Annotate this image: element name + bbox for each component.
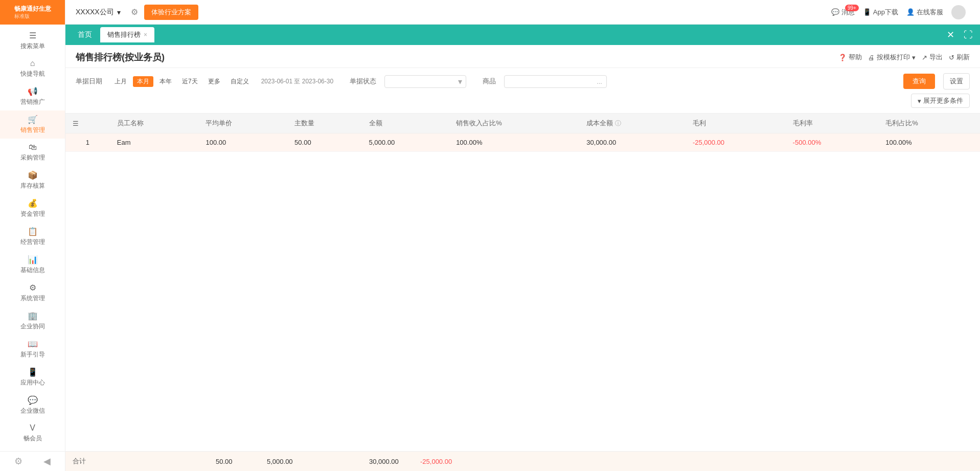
- app-label: App下载: [873, 8, 898, 17]
- footer-amount: 5,000.00: [267, 458, 308, 465]
- date-tab-近7天[interactable]: 近7天: [178, 76, 202, 87]
- sidebar: 畅康通好生意 标准版 ☰搜索菜单⌂快捷导航📢营销推广🛒销售管理🛍采购管理📦库存核…: [0, 0, 65, 471]
- nav-icon-system: ⚙: [29, 283, 36, 293]
- sidebar-item-guide[interactable]: 📖新手引导: [0, 335, 65, 363]
- sidebar-item-system[interactable]: ⚙系统管理: [0, 279, 65, 307]
- message-button[interactable]: 💬 消息 99+: [831, 8, 855, 17]
- app-icon: 📱: [863, 8, 871, 16]
- page-content: 销售排行榜(按业务员) ❓ 帮助 🖨 按模板打印 ▾ ↗ 导出 ↺ 刷新: [65, 45, 980, 471]
- sidebar-item-operations[interactable]: 📋经营管理: [0, 222, 65, 251]
- col-header-rank: ☰: [65, 114, 110, 133]
- export-label: 导出: [929, 53, 943, 62]
- status-select[interactable]: [384, 75, 466, 88]
- tab-home[interactable]: 首页: [70, 26, 100, 43]
- avatar[interactable]: [951, 5, 966, 19]
- sidebar-item-sales[interactable]: 🛒销售管理: [0, 110, 65, 139]
- sidebar-item-quick-nav[interactable]: ⌂快捷导航: [0, 55, 65, 82]
- sidebar-item-basic-info[interactable]: 📊基础信息: [0, 251, 65, 279]
- nav-label-app-center: 应用中心: [20, 378, 45, 387]
- print-label: 按模板打印: [877, 53, 910, 62]
- company-name: XXXXX公司: [76, 8, 114, 17]
- print-button[interactable]: 🖨 按模板打印 ▾: [868, 53, 916, 62]
- footer-cost: 30,000.00: [369, 458, 410, 465]
- status-filter-label: 单据状态: [350, 77, 376, 86]
- topbar: XXXXX公司 ▾ ⚙ 体验行业方案 💬 消息 99+ 📱 App下载 👤 在线…: [65, 0, 980, 25]
- date-tab-自定义[interactable]: 自定义: [226, 76, 253, 87]
- topbar-right: 💬 消息 99+ 📱 App下载 👤 在线客服: [831, 5, 974, 19]
- date-tab-上月[interactable]: 上月: [110, 76, 131, 87]
- header-actions: ❓ 帮助 🖨 按模板打印 ▾ ↗ 导出 ↺ 刷新: [838, 53, 970, 62]
- col-header-profit: 毛利: [686, 114, 786, 133]
- col-header-amount: 全额: [362, 114, 449, 133]
- expand-label: 展开更多条件: [923, 96, 963, 105]
- page-title: 销售排行榜(按业务员): [76, 51, 165, 63]
- table-scroll[interactable]: ☰员工名称平均单价主数量全额销售收入占比%成本全额 ⓘ毛利毛利率毛利占比% 1E…: [65, 114, 980, 451]
- cell-name: Eam: [110, 133, 199, 152]
- goods-input-wrap: ...: [504, 75, 607, 88]
- logo-title: 畅康通好生意: [14, 5, 51, 13]
- nav-icon-operations: 📋: [28, 227, 38, 236]
- nav-icon-member: V: [30, 423, 35, 433]
- expand-conditions-button[interactable]: ▾ 展开更多条件: [911, 94, 970, 108]
- nav-icon-search-order: ☰: [29, 31, 36, 40]
- online-service-button[interactable]: 👤 在线客服: [906, 8, 943, 17]
- nav-icon-enterprise: 🏢: [28, 311, 38, 321]
- col-header-cost: 成本全额 ⓘ: [579, 114, 686, 133]
- help-button[interactable]: ❓ 帮助: [838, 53, 862, 62]
- table-area: ☰员工名称平均单价主数量全额销售收入占比%成本全额 ⓘ毛利毛利率毛利占比% 1E…: [65, 114, 980, 471]
- nav-icon-quick-nav: ⌂: [30, 59, 35, 68]
- sidebar-item-purchase[interactable]: 🛍采购管理: [0, 139, 65, 166]
- sidebar-bottom: ⚙ ◀: [0, 451, 65, 471]
- col-header-profit_pct: 毛利占比%: [878, 114, 980, 133]
- cell-profit: -25,000.00: [686, 133, 786, 152]
- sidebar-item-member[interactable]: V畅会员: [0, 419, 65, 447]
- date-tab-本年[interactable]: 本年: [155, 76, 176, 87]
- message-badge: 99+: [845, 5, 859, 11]
- cell-profit_rate: -500.00%: [786, 133, 879, 152]
- print-chevron: ▾: [912, 54, 916, 61]
- sidebar-item-app-center[interactable]: 📱应用中心: [0, 363, 65, 391]
- refresh-button[interactable]: ↺ 刷新: [949, 53, 970, 62]
- maximize-icon[interactable]: ⛶: [961, 29, 976, 41]
- sidebar-item-search-order[interactable]: ☰搜索菜单: [0, 27, 65, 55]
- cell-sales_pct: 100.00%: [449, 133, 579, 152]
- settings-icon[interactable]: ⚙: [14, 456, 22, 467]
- sidebar-nav: ☰搜索菜单⌂快捷导航📢营销推广🛒销售管理🛍采购管理📦库存核算💰资金管理📋经营管理…: [0, 25, 65, 451]
- message-icon: 💬: [831, 8, 839, 16]
- sidebar-item-inventory[interactable]: 📦库存核算: [0, 166, 65, 194]
- sidebar-item-wechat[interactable]: 💬企业微信: [0, 391, 65, 419]
- col-header-qty: 主数量: [287, 114, 361, 133]
- company-selector[interactable]: XXXXX公司 ▾: [72, 6, 125, 19]
- help-label: 帮助: [849, 53, 862, 62]
- sidebar-item-marketing[interactable]: 📢营销推广: [0, 82, 65, 110]
- tab-sales-ranking[interactable]: 销售排行榜 ×: [100, 27, 154, 42]
- nav-icon-finance: 💰: [28, 198, 38, 208]
- trial-button[interactable]: 体验行业方案: [144, 5, 198, 20]
- nav-label-operations: 经营管理: [20, 238, 45, 246]
- content-header: 销售排行榜(按业务员) ❓ 帮助 🖨 按模板打印 ▾ ↗ 导出 ↺ 刷新: [65, 45, 980, 68]
- goods-filter-label: 商品: [483, 77, 496, 86]
- goods-ellipsis-icon[interactable]: ...: [597, 78, 602, 85]
- nav-icon-app-center: 📱: [28, 367, 38, 377]
- filter-row-1: 单据日期 上月本月本年近7天更多自定义 2023-06-01 至 2023-06…: [76, 73, 970, 89]
- nav-icon-purchase: 🛍: [29, 143, 37, 152]
- tab-close-icon[interactable]: ×: [144, 31, 147, 38]
- footer-profit: -25,000.00: [420, 458, 461, 465]
- goods-input[interactable]: [509, 78, 595, 85]
- table-row: 1Eam100.0050.005,000.00100.00%30,000.00-…: [65, 133, 980, 152]
- collapse-icon[interactable]: ◀: [43, 456, 51, 467]
- sidebar-item-enterprise[interactable]: 🏢企业协同: [0, 307, 65, 335]
- app-download-button[interactable]: 📱 App下载: [863, 8, 898, 17]
- info-icon[interactable]: ⓘ: [615, 120, 621, 127]
- sidebar-item-finance[interactable]: 💰资金管理: [0, 194, 65, 222]
- query-button[interactable]: 查询: [903, 74, 935, 89]
- close-window-icon[interactable]: ✕: [944, 28, 958, 41]
- tab-label: 销售排行榜: [107, 30, 141, 39]
- data-table: ☰员工名称平均单价主数量全额销售收入占比%成本全额 ⓘ毛利毛利率毛利占比% 1E…: [65, 114, 980, 152]
- settings-button[interactable]: 设置: [943, 73, 970, 89]
- chevron-down-icon: ▾: [117, 8, 121, 16]
- export-button[interactable]: ↗ 导出: [922, 53, 943, 62]
- date-tab-本月[interactable]: 本月: [133, 76, 153, 87]
- date-tab-更多[interactable]: 更多: [204, 76, 224, 87]
- topbar-settings-icon[interactable]: ⚙: [129, 5, 140, 19]
